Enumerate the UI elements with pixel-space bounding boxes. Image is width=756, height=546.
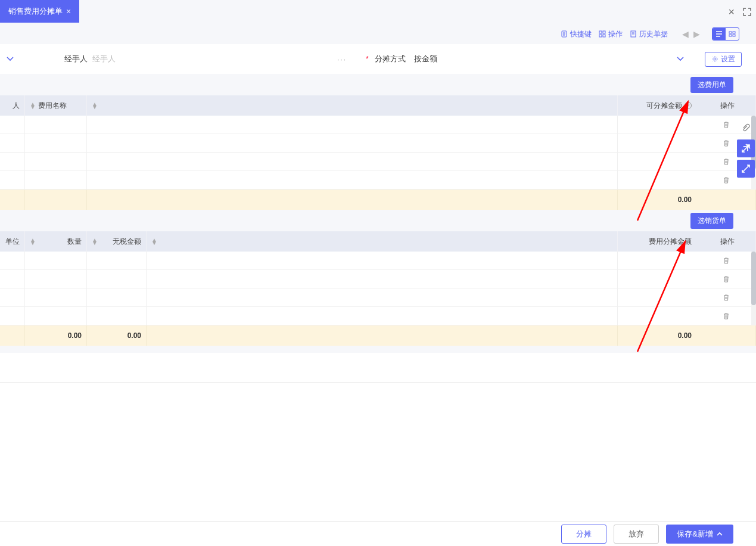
- clipboard-icon: [561, 30, 568, 38]
- method-value: 按金额: [414, 54, 437, 64]
- sort-icon[interactable]: ▲▼: [92, 238, 98, 244]
- view-card-icon[interactable]: [726, 28, 739, 40]
- chevron-down-icon[interactable]: [2, 56, 18, 62]
- fullscreen-icon[interactable]: [743, 8, 751, 16]
- table-row: [0, 153, 756, 171]
- footer: 分摊 放弃 保存&新增: [0, 521, 756, 546]
- sort-icon[interactable]: ▲▼: [151, 238, 157, 244]
- allocate-button[interactable]: 分摊: [561, 525, 606, 544]
- svg-rect-4: [603, 35, 605, 37]
- close-icon[interactable]: ×: [728, 6, 735, 18]
- toolbar-history[interactable]: 历史单据: [627, 28, 670, 41]
- method-label: 分摊方式: [375, 54, 406, 64]
- right-rail: [736, 119, 756, 178]
- tab-close-icon[interactable]: ×: [66, 7, 71, 16]
- svg-rect-9: [733, 35, 735, 36]
- handler-label: 经手人: [64, 54, 88, 64]
- table-row: [0, 270, 756, 288]
- toolbar: 快捷键 操作 历史单据 ◀ ▶: [0, 24, 756, 44]
- trash-icon[interactable]: [723, 176, 730, 184]
- table2-header: 单位 ▲▼数量 ▲▼无税金额 ▲▼ 费用分摊金额 操作: [0, 231, 756, 252]
- required-mark: *: [366, 55, 369, 63]
- scroll-thumb[interactable]: [751, 252, 756, 305]
- nav-prev-icon[interactable]: ◀: [681, 29, 690, 39]
- trash-icon[interactable]: [723, 257, 730, 265]
- table-row: [0, 171, 756, 190]
- trash-icon[interactable]: [723, 312, 730, 320]
- sort-icon[interactable]: ▲▼: [30, 103, 36, 108]
- table1-header: 人 ▲▼费用名称 ▲▼ 可分摊金额? 操作: [0, 95, 756, 116]
- table-row: [0, 116, 756, 134]
- col-unit-fragment: 单位: [0, 231, 25, 252]
- svg-rect-8: [729, 35, 732, 36]
- section1-bar: 选费用单: [0, 74, 756, 95]
- field-method[interactable]: * 分摊方式 按金额: [366, 54, 437, 64]
- col-blank2[interactable]: ▲▼: [147, 231, 618, 252]
- col-expense-name[interactable]: ▲▼费用名称: [25, 95, 87, 116]
- method-chevron-down-icon[interactable]: [673, 56, 688, 62]
- sum-qty: 0.00: [68, 331, 82, 340]
- table-row: [0, 288, 756, 307]
- nav-next-icon[interactable]: ▶: [692, 29, 701, 39]
- save-new-button[interactable]: 保存&新增: [666, 525, 733, 544]
- svg-rect-7: [733, 32, 735, 33]
- view-list-icon[interactable]: [713, 28, 726, 40]
- chevron-up-icon: [717, 532, 723, 536]
- view-toggle: [712, 27, 739, 41]
- col-operate2: 操作: [696, 231, 756, 252]
- select-sales-button[interactable]: 选销货单: [690, 213, 733, 229]
- col-notax[interactable]: ▲▼无税金额: [87, 231, 147, 252]
- trash-icon[interactable]: [723, 139, 730, 147]
- table-row: [0, 307, 756, 325]
- expand-down-icon[interactable]: [737, 160, 755, 178]
- form-row: 经手人 经手人 ··· * 分摊方式 按金额 设置: [0, 44, 756, 74]
- col-fee-allocate[interactable]: 费用分摊金额: [618, 231, 696, 252]
- svg-rect-1: [599, 31, 602, 33]
- sort-icon[interactable]: ▲▼: [30, 238, 36, 244]
- trash-icon[interactable]: [723, 121, 730, 129]
- table-row: [0, 252, 756, 270]
- col-allocatable-amount[interactable]: 可分摊金额?: [618, 95, 696, 116]
- section2-bar: 选销货单: [0, 210, 756, 231]
- table2-sum-row: 0.00 0.00 0.00: [0, 325, 756, 346]
- settings-button[interactable]: 设置: [705, 52, 742, 67]
- toolbar-operate[interactable]: 操作: [596, 28, 625, 41]
- svg-point-10: [714, 58, 716, 60]
- discard-button[interactable]: 放弃: [614, 525, 659, 544]
- table1-sum-row: 0.00: [0, 190, 756, 210]
- more-icon[interactable]: ···: [337, 55, 347, 64]
- table-row: [0, 134, 756, 153]
- sales-table: 单位 ▲▼数量 ▲▼无税金额 ▲▼ 费用分摊金额 操作 0.00 0.00 0.…: [0, 231, 756, 346]
- trash-icon[interactable]: [723, 275, 730, 283]
- handler-placeholder: 经手人: [92, 54, 116, 64]
- divider: [0, 346, 756, 353]
- col-person-fragment: 人: [0, 95, 25, 116]
- col-operate: 操作: [696, 95, 756, 116]
- attachment-icon[interactable]: [737, 119, 755, 137]
- select-expense-button[interactable]: 选费用单: [690, 77, 733, 93]
- svg-rect-2: [603, 31, 605, 33]
- svg-rect-6: [729, 32, 732, 33]
- blank-section: [0, 353, 756, 383]
- col-blank[interactable]: ▲▼: [87, 95, 618, 116]
- tab-title: 销售费用分摊单: [8, 6, 63, 17]
- trash-icon[interactable]: [723, 158, 730, 166]
- grid-icon: [599, 30, 606, 38]
- sort-icon[interactable]: ▲▼: [92, 103, 98, 108]
- svg-rect-3: [599, 35, 602, 37]
- sum-notax: 0.00: [127, 331, 141, 340]
- tabs-bar: 销售费用分摊单 × ×: [0, 0, 756, 24]
- trash-icon[interactable]: [723, 294, 730, 302]
- scrollbar2[interactable]: [751, 252, 756, 325]
- info-icon[interactable]: ?: [685, 102, 692, 109]
- field-handler[interactable]: 经手人 经手人: [64, 54, 116, 64]
- expense-table: 人 ▲▼费用名称 ▲▼ 可分摊金额? 操作 0.00: [0, 95, 756, 210]
- toolbar-shortcut[interactable]: 快捷键: [558, 28, 594, 41]
- col-qty[interactable]: ▲▼数量: [25, 231, 87, 252]
- gear-icon: [711, 55, 718, 63]
- tab-active[interactable]: 销售费用分摊单 ×: [0, 0, 79, 23]
- sum-fee: 0.00: [678, 331, 692, 340]
- history-icon: [630, 30, 637, 38]
- expand-up-icon[interactable]: [737, 139, 755, 157]
- sum-amount: 0.00: [678, 196, 692, 204]
